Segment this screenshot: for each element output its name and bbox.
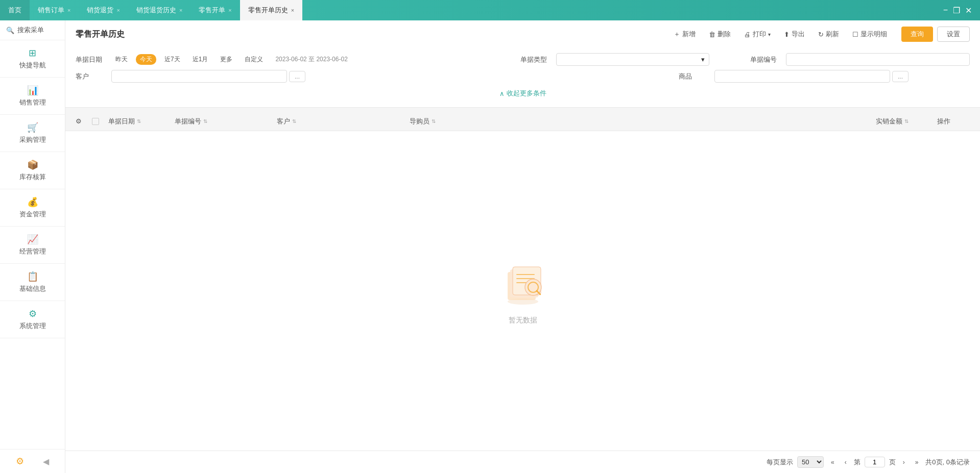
- quick-nav-icon: ⊞: [29, 47, 36, 59]
- show-detail-label: 显示明细: [861, 30, 887, 39]
- tab-sales-return[interactable]: 销货退货 ×: [79, 0, 128, 20]
- date-7days[interactable]: 近7天: [160, 54, 184, 65]
- type-select-arrow: ▾: [701, 56, 705, 63]
- page-header: 零售开单历史 ＋ 新增 🗑 删除 🖨 打印 ▾: [65, 20, 980, 108]
- show-detail-button[interactable]: ☐ 显示明细: [849, 28, 890, 41]
- collapse-more-button[interactable]: ∧ 收起更多条件: [76, 87, 970, 102]
- print-label: 打印: [753, 30, 766, 39]
- date-more[interactable]: 更多: [216, 54, 236, 65]
- number-filter-input[interactable]: [786, 53, 970, 66]
- tab-sales-order-close[interactable]: ×: [67, 7, 70, 13]
- minimize-button[interactable]: −: [943, 6, 948, 15]
- refresh-icon: ↻: [818, 31, 824, 38]
- sidebar-item-sales-mgmt-label: 销售管理: [19, 98, 46, 107]
- number-filter-label: 单据编号: [750, 55, 786, 64]
- tab-retail-open[interactable]: 零售开单 ×: [190, 0, 240, 20]
- col-header-action: 操作: [933, 117, 974, 126]
- col-header-guide[interactable]: 导购员 ⇅: [405, 117, 467, 126]
- product-filter-input[interactable]: [714, 70, 890, 83]
- col-date-label: 单据日期: [108, 117, 135, 126]
- delete-button[interactable]: 🗑 删除: [706, 28, 734, 41]
- sales-mgmt-icon: 📊: [27, 85, 38, 96]
- refresh-button[interactable]: ↻ 刷新: [815, 28, 842, 41]
- date-1month[interactable]: 近1月: [188, 54, 212, 65]
- filter-area: 单据日期 昨天 今天 近7天 近1月 更多 自定义 2023-06-02 至 2…: [76, 48, 970, 107]
- sidebar-item-quick-nav[interactable]: ⊞ 快捷导航: [0, 40, 65, 78]
- select-all-checkbox[interactable]: [92, 118, 99, 125]
- col-header-number[interactable]: 单据编号 ⇅: [171, 117, 273, 126]
- col-date-sort-icon: ⇅: [137, 118, 141, 124]
- restore-button[interactable]: ❐: [953, 6, 960, 15]
- pagination-last-button[interactable]: »: [912, 458, 922, 467]
- delete-icon: 🗑: [709, 31, 715, 38]
- settings-footer-icon[interactable]: ⚙: [16, 456, 24, 467]
- query-button[interactable]: 查询: [901, 27, 933, 42]
- per-page-select[interactable]: 50 10 20 100: [797, 456, 824, 468]
- type-select[interactable]: ▾: [556, 53, 709, 66]
- tab-sales-return-history-close[interactable]: ×: [179, 7, 182, 13]
- export-button[interactable]: ⬆ 导出: [781, 28, 808, 41]
- inventory-icon: 📦: [27, 159, 38, 170]
- sidebar-item-purchase-mgmt[interactable]: 🛒 采购管理: [0, 115, 65, 152]
- finance-icon: 💰: [27, 196, 38, 208]
- sidebar-item-quick-nav-label: 快捷导航: [19, 61, 46, 70]
- sidebar-search-label: 搜索采单: [17, 26, 44, 35]
- pagination-next-button[interactable]: ›: [900, 458, 908, 467]
- sidebar-item-inventory[interactable]: 📦 库存核算: [0, 152, 65, 189]
- sidebar-item-basic-info-label: 基础信息: [19, 284, 46, 293]
- col-action-label: 操作: [937, 117, 950, 126]
- print-button[interactable]: 🖨 打印 ▾: [741, 28, 774, 41]
- operations-icon: 📈: [27, 234, 38, 245]
- chevron-up-icon: ∧: [499, 90, 505, 97]
- sidebar: 🔍 搜索采单 ⊞ 快捷导航 📊 销售管理 🛒 采购管理 📦 库存核算 💰 资金管…: [0, 20, 65, 473]
- close-button[interactable]: ✕: [965, 6, 972, 15]
- empty-illustration: [497, 257, 548, 308]
- tab-retail-open-close[interactable]: ×: [228, 7, 231, 13]
- tab-home[interactable]: 首页: [0, 0, 30, 20]
- date-today[interactable]: 今天: [136, 54, 156, 65]
- product-ellipsis-button[interactable]: ...: [892, 71, 909, 82]
- tab-retail-history-close[interactable]: ×: [291, 7, 294, 13]
- sidebar-item-system[interactable]: ⚙ 系统管理: [0, 301, 65, 338]
- search-icon: 🔍: [6, 27, 14, 34]
- empty-state: 暂无数据: [65, 131, 980, 451]
- col-customer-label: 客户: [277, 117, 290, 126]
- sidebar-item-system-label: 系统管理: [19, 321, 46, 331]
- tab-sales-order[interactable]: 销售订单 ×: [30, 0, 79, 20]
- table-header: ⚙ 单据日期 ⇅ 单据编号 ⇅ 客户 ⇅ 导购员 ⇅: [65, 112, 980, 131]
- sidebar-item-sales-mgmt[interactable]: 📊 销售管理: [0, 78, 65, 115]
- tab-retail-history[interactable]: 零售开单历史 ×: [240, 0, 302, 20]
- refresh-label: 刷新: [826, 30, 839, 39]
- pagination-prev-button[interactable]: ‹: [842, 458, 850, 467]
- col-num-label: 单据编号: [175, 117, 201, 126]
- add-button[interactable]: ＋ 新增: [671, 28, 699, 41]
- tab-sales-return-close[interactable]: ×: [116, 7, 119, 13]
- print-icon: 🖨: [744, 31, 751, 38]
- col-header-customer[interactable]: 客户 ⇅: [273, 117, 405, 126]
- settings-button[interactable]: 设置: [937, 27, 970, 42]
- sidebar-search[interactable]: 🔍 搜索采单: [0, 20, 65, 40]
- tab-retail-history-label: 零售开单历史: [248, 6, 288, 15]
- sidebar-item-finance[interactable]: 💰 资金管理: [0, 189, 65, 227]
- tab-sales-return-label: 销货退货: [87, 6, 113, 15]
- tab-sales-return-history[interactable]: 销货退货历史 ×: [128, 0, 190, 20]
- table-select-all[interactable]: [88, 118, 104, 125]
- date-yesterday[interactable]: 昨天: [111, 54, 132, 65]
- collapse-sidebar-icon[interactable]: ◀: [43, 457, 49, 466]
- date-options: 昨天 今天 近7天 近1月 更多 自定义 2023-06-02 至 2023-0…: [111, 54, 348, 65]
- table-settings-icon[interactable]: ⚙: [71, 117, 88, 125]
- page-number-input[interactable]: [865, 457, 885, 467]
- sidebar-item-finance-label: 资金管理: [19, 210, 46, 219]
- customer-ellipsis-button[interactable]: ...: [289, 71, 305, 82]
- basic-info-icon: 📋: [27, 271, 38, 282]
- sidebar-item-operations[interactable]: 📈 经营管理: [0, 227, 65, 264]
- col-header-amount[interactable]: 实销金额 ⇅: [872, 117, 933, 126]
- tab-bar: 首页 销售订单 × 销货退货 × 销货退货历史 × 零售开单 × 零售开单历史 …: [0, 0, 935, 20]
- col-customer-sort-icon: ⇅: [292, 118, 296, 124]
- system-icon: ⚙: [29, 308, 37, 319]
- date-custom[interactable]: 自定义: [241, 54, 267, 65]
- pagination-first-button[interactable]: «: [828, 458, 838, 467]
- sidebar-item-basic-info[interactable]: 📋 基础信息: [0, 264, 65, 301]
- customer-filter-input[interactable]: [111, 70, 287, 83]
- col-header-date[interactable]: 单据日期 ⇅: [104, 117, 171, 126]
